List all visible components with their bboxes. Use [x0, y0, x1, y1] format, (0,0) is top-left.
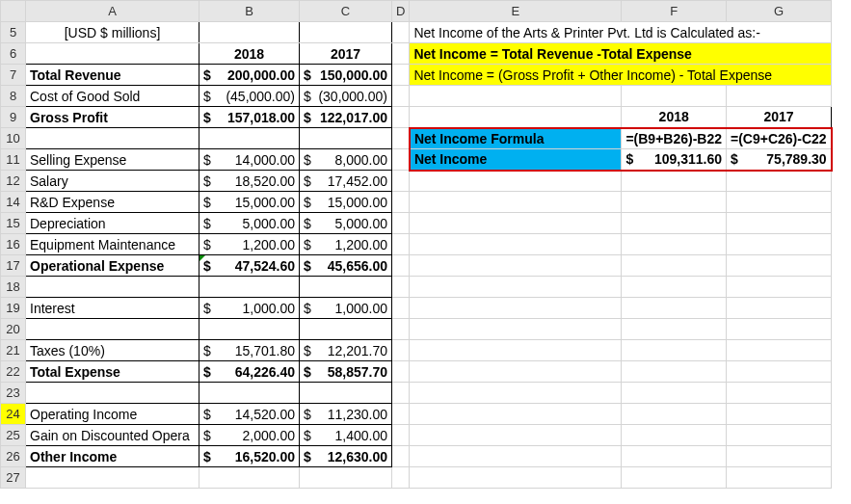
- cell[interactable]: $1,000.00: [300, 298, 392, 319]
- formula-explainer[interactable]: Net Income = (Gross Profit + Other Incom…: [410, 65, 832, 86]
- cell[interactable]: [410, 446, 622, 467]
- cell[interactable]: $5,000.00: [199, 213, 300, 234]
- cell[interactable]: $1,200.00: [300, 234, 392, 255]
- row-header[interactable]: 27: [1, 467, 26, 489]
- cell[interactable]: $75,789.30: [727, 149, 832, 171]
- cell[interactable]: [410, 425, 622, 446]
- cell[interactable]: [410, 86, 622, 107]
- cell[interactable]: [392, 404, 410, 425]
- cell[interactable]: R&D Expense: [26, 192, 199, 213]
- cell[interactable]: Operating Income: [26, 404, 199, 425]
- row-header[interactable]: 23: [1, 383, 26, 404]
- cell[interactable]: [727, 277, 832, 298]
- cell[interactable]: [392, 192, 410, 213]
- cell[interactable]: $2,000.00: [199, 425, 300, 446]
- cell[interactable]: [392, 65, 410, 86]
- cell[interactable]: [727, 171, 832, 192]
- cell[interactable]: [392, 128, 410, 149]
- row-header[interactable]: 15: [1, 213, 26, 234]
- cell[interactable]: [199, 383, 300, 404]
- cell[interactable]: [300, 383, 392, 404]
- cell[interactable]: 2017: [727, 107, 832, 128]
- cell[interactable]: [622, 277, 727, 298]
- cell[interactable]: [392, 425, 410, 446]
- cell[interactable]: [392, 149, 410, 171]
- cell[interactable]: [727, 404, 832, 425]
- cell[interactable]: $58,857.70: [300, 361, 392, 383]
- cell[interactable]: =(B9+B26)-B22: [622, 128, 727, 149]
- cell[interactable]: 2018: [199, 43, 300, 65]
- cell[interactable]: Total Revenue: [26, 65, 199, 86]
- cell[interactable]: $122,017.00: [300, 107, 392, 128]
- cell[interactable]: Salary: [26, 171, 199, 192]
- cell[interactable]: [26, 43, 199, 65]
- cell[interactable]: [410, 361, 622, 383]
- cell[interactable]: $16,520.00: [199, 446, 300, 467]
- cell[interactable]: $5,000.00: [300, 213, 392, 234]
- cell[interactable]: $11,230.00: [300, 404, 392, 425]
- cell[interactable]: $12,201.70: [300, 340, 392, 361]
- row-header[interactable]: 26: [1, 446, 26, 467]
- cell[interactable]: [392, 383, 410, 404]
- col-header-F[interactable]: F: [622, 1, 727, 22]
- row-header[interactable]: 12: [1, 171, 26, 192]
- row-header[interactable]: 6: [1, 43, 26, 65]
- cell[interactable]: [410, 107, 622, 128]
- cell[interactable]: Net Income: [410, 149, 622, 171]
- cell[interactable]: $64,226.40: [199, 361, 300, 383]
- row-header[interactable]: 20: [1, 319, 26, 340]
- row-header[interactable]: 18: [1, 277, 26, 298]
- col-header-E[interactable]: E: [410, 1, 622, 22]
- cell[interactable]: 2017: [300, 43, 392, 65]
- cell[interactable]: [410, 340, 622, 361]
- cell[interactable]: [410, 404, 622, 425]
- cell[interactable]: $15,000.00: [300, 192, 392, 213]
- col-header-A[interactable]: A: [26, 1, 199, 22]
- cell[interactable]: [392, 255, 410, 277]
- row-header[interactable]: 25: [1, 425, 26, 446]
- cell[interactable]: [199, 277, 300, 298]
- cell[interactable]: [300, 277, 392, 298]
- cell[interactable]: [727, 383, 832, 404]
- cell[interactable]: [26, 319, 199, 340]
- cell[interactable]: [622, 171, 727, 192]
- row-header[interactable]: 7: [1, 65, 26, 86]
- cell[interactable]: $47,524.60: [199, 255, 300, 277]
- cell[interactable]: [199, 319, 300, 340]
- cell[interactable]: [410, 234, 622, 255]
- row-header[interactable]: 19: [1, 298, 26, 319]
- cell[interactable]: [622, 404, 727, 425]
- cell[interactable]: $1,400.00: [300, 425, 392, 446]
- cell[interactable]: $8,000.00: [300, 149, 392, 171]
- cell[interactable]: [392, 340, 410, 361]
- cell[interactable]: [622, 383, 727, 404]
- cell[interactable]: [622, 467, 727, 489]
- cell[interactable]: [727, 298, 832, 319]
- row-header[interactable]: 17: [1, 255, 26, 277]
- cell[interactable]: [26, 467, 199, 489]
- cell[interactable]: [26, 383, 199, 404]
- row-header[interactable]: 14: [1, 192, 26, 213]
- cell[interactable]: [622, 213, 727, 234]
- cell[interactable]: [300, 128, 392, 149]
- cell[interactable]: $157,018.00: [199, 107, 300, 128]
- cell[interactable]: $15,701.80: [199, 340, 300, 361]
- cell[interactable]: [199, 22, 300, 43]
- cell[interactable]: Interest: [26, 298, 199, 319]
- cell[interactable]: [410, 192, 622, 213]
- cell[interactable]: [392, 234, 410, 255]
- cell[interactable]: [392, 213, 410, 234]
- cell[interactable]: [727, 213, 832, 234]
- col-header-G[interactable]: G: [727, 1, 832, 22]
- row-header[interactable]: 11: [1, 149, 26, 171]
- cell[interactable]: [199, 467, 300, 489]
- cell[interactable]: [727, 192, 832, 213]
- cell[interactable]: [727, 361, 832, 383]
- cell[interactable]: [622, 446, 727, 467]
- cell[interactable]: Net Income Formula: [410, 128, 622, 149]
- cell[interactable]: Depreciation: [26, 213, 199, 234]
- cell[interactable]: [26, 128, 199, 149]
- cell[interactable]: $12,630.00: [300, 446, 392, 467]
- cell[interactable]: 2018: [622, 107, 727, 128]
- cell[interactable]: $109,311.60: [622, 149, 727, 171]
